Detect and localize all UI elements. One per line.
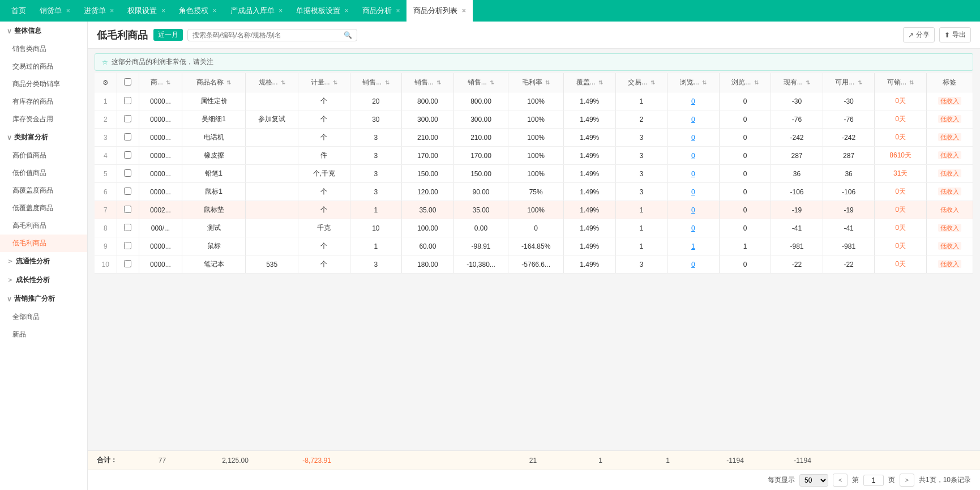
sidebar-item-all-goods[interactable]: 全部商品 <box>0 308 87 326</box>
nav-purchase[interactable]: 进货单 × <box>77 0 121 22</box>
search-icon[interactable]: 🔍 <box>344 31 352 39</box>
nav-permissions-close[interactable]: × <box>161 7 165 15</box>
nav-permissions[interactable]: 权限设置 × <box>121 0 172 22</box>
select-all-checkbox[interactable] <box>124 78 131 86</box>
row-select-checkbox[interactable] <box>124 242 131 249</box>
row-select-checkbox[interactable] <box>124 260 131 267</box>
nav-product-entry-close[interactable]: × <box>279 7 283 15</box>
sidebar-item-traded-goods[interactable]: 交易过的商品 <box>0 58 87 75</box>
filter-tag-btn[interactable]: 近一月 <box>153 29 183 41</box>
col-current[interactable]: 现有... ⇅ <box>771 73 823 92</box>
col-sales-amount[interactable]: 销售... ⇅ <box>453 73 508 92</box>
row-checkbox[interactable] <box>117 165 139 183</box>
page-input[interactable] <box>863 475 884 486</box>
row-available: -30 <box>823 92 875 110</box>
nav-roles[interactable]: 角色授权 × <box>172 0 224 22</box>
sidebar-group-growth[interactable]: ＞成长性分析 <box>0 271 87 289</box>
row-checkbox[interactable] <box>117 110 139 129</box>
row-checkbox[interactable] <box>117 183 139 201</box>
col-code[interactable]: 商... ⇅ <box>139 73 182 92</box>
row-sales-amount: 210.00 <box>453 129 508 147</box>
row-deal: 2 <box>615 110 667 129</box>
col-checkbox[interactable] <box>117 73 139 92</box>
row-num: 9 <box>95 237 117 255</box>
row-select-checkbox[interactable] <box>124 224 131 231</box>
sidebar-group-overall[interactable]: ∨整体信息 <box>0 22 87 40</box>
col-available[interactable]: 可用... ⇅ <box>823 73 875 92</box>
row-checkbox[interactable] <box>117 255 139 274</box>
row-checkbox[interactable] <box>117 92 139 110</box>
export-button[interactable]: ⬆ 导出 <box>939 27 971 42</box>
col-name[interactable]: 商品名称 ⇅ <box>182 73 246 92</box>
row-select-checkbox[interactable] <box>124 133 131 140</box>
nav-sales-close[interactable]: × <box>66 7 70 15</box>
row-select-checkbox[interactable] <box>124 97 131 104</box>
nav-sales[interactable]: 销货单 × <box>33 0 77 22</box>
sidebar-item-low-value[interactable]: 低价值商品 <box>0 164 87 182</box>
row-cover-rate: 1.49% <box>564 201 616 219</box>
row-checkbox[interactable] <box>117 237 139 255</box>
prev-page-btn[interactable]: ＜ <box>833 474 848 487</box>
row-sales-price: 150.00 <box>402 165 454 183</box>
nav-home[interactable]: 首页 <box>5 0 33 22</box>
row-spec: 535 <box>246 255 298 274</box>
nav-goods-analysis[interactable]: 商品分析 × <box>356 0 407 22</box>
sidebar-item-category-rate[interactable]: 商品分类助销率 <box>0 75 87 93</box>
search-input[interactable] <box>192 31 341 39</box>
nav-template[interactable]: 单据模板设置 × <box>289 0 356 22</box>
col-sales-price[interactable]: 销售... ⇅ <box>402 73 454 92</box>
col-tag[interactable]: 标签 <box>926 73 973 92</box>
col-gross-rate[interactable]: 毛利率 ⇅ <box>508 73 564 92</box>
sidebar-group-liquidity[interactable]: ＞流通性分析 <box>0 252 87 271</box>
table-footer: 合计： 77 2,125.00 -8,723.91 21 1 1 -1194 -… <box>88 450 980 470</box>
per-page-select[interactable]: 50 100 200 <box>799 474 828 487</box>
nav-goods-analysis-list[interactable]: 商品分析列表 × <box>406 0 473 22</box>
row-current: -19 <box>771 201 823 219</box>
row-checkbox[interactable] <box>117 129 139 147</box>
info-icon: ☆ <box>102 58 108 66</box>
nav-purchase-close[interactable]: × <box>110 7 114 15</box>
col-browse1[interactable]: 浏览... ⇅ <box>667 73 720 92</box>
row-checkbox[interactable] <box>117 219 139 237</box>
row-spec <box>246 219 298 237</box>
row-checkbox[interactable] <box>117 201 139 219</box>
nav-template-close[interactable]: × <box>345 7 349 15</box>
nav-product-entry[interactable]: 产成品入库单 × <box>224 0 290 22</box>
col-saleable[interactable]: 可销... ⇅ <box>875 73 927 92</box>
next-page-btn[interactable]: ＞ <box>900 474 914 487</box>
sidebar-item-high-coverage[interactable]: 高覆盖度商品 <box>0 182 87 199</box>
col-cover[interactable]: 覆盖... ⇅ <box>564 73 616 92</box>
col-settings[interactable]: ⚙ <box>95 73 117 92</box>
col-unit[interactable]: 计量... ⇅ <box>298 73 350 92</box>
sidebar-group-wealth[interactable]: ∨类财富分析 <box>0 128 87 147</box>
row-select-checkbox[interactable] <box>124 169 131 177</box>
sidebar-item-high-value[interactable]: 高价值商品 <box>0 147 87 164</box>
col-spec[interactable]: 规格... ⇅ <box>246 73 298 92</box>
col-deal[interactable]: 交易... ⇅ <box>615 73 667 92</box>
sidebar-item-low-margin[interactable]: 低毛利商品 <box>0 235 87 252</box>
row-select-checkbox[interactable] <box>124 206 131 213</box>
row-select-checkbox[interactable] <box>124 115 131 122</box>
col-browse2[interactable]: 浏览... ⇅ <box>719 73 771 92</box>
row-checkbox[interactable] <box>117 147 139 165</box>
share-button[interactable]: ↗ 分享 <box>903 27 935 42</box>
nav-goods-list-close[interactable]: × <box>462 7 466 15</box>
row-sales-qty: 1 <box>350 237 402 255</box>
sidebar-item-inventory-capital[interactable]: 库存资金占用 <box>0 110 87 128</box>
row-num: 4 <box>95 147 117 165</box>
row-name: 铅笔1 <box>182 165 246 183</box>
sidebar-group-marketing[interactable]: ∨营销推广分析 <box>0 289 87 308</box>
row-browse1[interactable]: 1 <box>667 237 720 255</box>
row-select-checkbox[interactable] <box>124 188 131 195</box>
sidebar-item-stocked-goods[interactable]: 有库存的商品 <box>0 93 87 110</box>
sidebar-item-new-goods[interactable]: 新品 <box>0 326 87 343</box>
nav-roles-close[interactable]: × <box>213 7 217 15</box>
row-select-checkbox[interactable] <box>124 151 131 159</box>
sidebar-item-high-margin[interactable]: 高毛利商品 <box>0 217 87 235</box>
sidebar-item-low-coverage[interactable]: 低覆盖度商品 <box>0 199 87 217</box>
row-spec <box>246 147 298 165</box>
nav-goods-analysis-close[interactable]: × <box>396 7 400 15</box>
row-available: -22 <box>823 255 875 274</box>
col-sales-qty[interactable]: 销售... ⇅ <box>350 73 402 92</box>
sidebar-item-sales-goods[interactable]: 销售类商品 <box>0 40 87 58</box>
